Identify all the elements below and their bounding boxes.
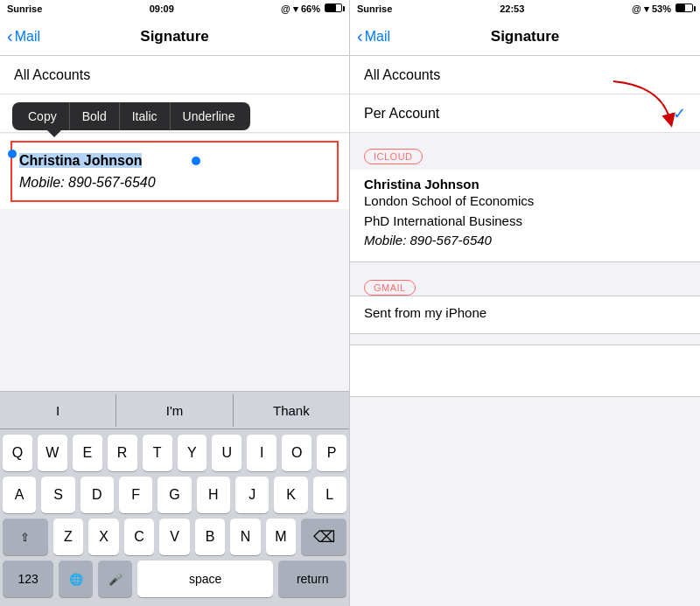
key-r[interactable]: R <box>108 435 137 471</box>
key-y[interactable]: Y <box>178 435 207 471</box>
red-arrow <box>609 77 679 133</box>
cursor-right <box>192 157 200 165</box>
icloud-sig-line2: PhD International Business <box>364 212 686 232</box>
keyboard-area: I I'm Thank Q W E R T Y U I O P A S <box>0 391 349 606</box>
key-z[interactable]: Z <box>53 519 84 555</box>
italic-button[interactable]: Italic <box>120 102 171 130</box>
left-all-accounts-row[interactable]: All Accounts <box>0 56 349 94</box>
right-status-bar: Sunrise 22:53 @ ▾ 53% <box>350 0 700 17</box>
left-nav-bar: ‹ Mail Signature <box>0 17 349 56</box>
key-m[interactable]: M <box>266 519 297 555</box>
key-n[interactable]: N <box>230 519 261 555</box>
key-w[interactable]: W <box>38 435 67 471</box>
key-i[interactable]: I <box>247 435 276 471</box>
key-p[interactable]: P <box>317 435 346 471</box>
right-time: 22:53 <box>500 3 524 14</box>
key-mic[interactable]: 🎤 <box>98 561 132 597</box>
left-back-label: Mail <box>15 29 40 45</box>
right-all-accounts-label: All Accounts <box>364 67 440 83</box>
left-time: 09:09 <box>150 3 174 14</box>
empty-account-card[interactable] <box>350 345 700 397</box>
key-b[interactable]: B <box>195 519 226 555</box>
key-h[interactable]: H <box>197 477 230 513</box>
keyboard-row-1: Q W E R T Y U I O P <box>3 435 346 471</box>
key-delete[interactable]: ⌫ <box>301 519 346 555</box>
left-panel: Sunrise 09:09 @ ▾ 66% ‹ Mail Signature A… <box>0 0 350 606</box>
key-u[interactable]: U <box>212 435 242 471</box>
autocomplete-i[interactable]: I <box>0 394 116 427</box>
selected-name: Christina Johnson <box>19 153 142 168</box>
copy-button[interactable]: Copy <box>16 102 70 130</box>
signature-mobile: Mobile: 890-567-6540 <box>19 172 330 193</box>
right-nav-bar: ‹ Mail Signature <box>350 17 700 56</box>
key-return[interactable]: return <box>278 561 346 597</box>
left-edit-area[interactable]: Copy Bold Italic Underline Christina Joh… <box>0 134 349 209</box>
left-back-button[interactable]: ‹ Mail <box>7 26 40 46</box>
key-t[interactable]: T <box>143 435 172 471</box>
autocomplete-bar: I I'm Thank <box>0 391 349 429</box>
icloud-oval-label: ICLOUD <box>364 149 423 164</box>
icloud-signature-card[interactable]: Christina Johnson London School of Econo… <box>350 170 700 262</box>
left-status-bar: Sunrise 09:09 @ ▾ 66% <box>0 0 349 17</box>
key-f[interactable]: F <box>119 477 152 513</box>
key-space[interactable]: space <box>137 561 273 597</box>
gmail-section: GMAIL Sent from my iPhone <box>350 273 700 335</box>
right-back-button[interactable]: ‹ Mail <box>357 26 390 46</box>
keyboard-row-2: A S D F G H J K L <box>3 477 346 513</box>
key-o[interactable]: O <box>282 435 312 471</box>
icloud-section-header: ICLOUD <box>364 143 686 170</box>
key-d[interactable]: D <box>80 477 114 513</box>
key-globe[interactable]: 🌐 <box>59 561 93 597</box>
left-carrier: Sunrise <box>7 3 42 14</box>
key-a[interactable]: A <box>3 477 36 513</box>
keyboard-rows: Q W E R T Y U I O P A S D F G H J K <box>0 429 349 606</box>
left-nav-title: Signature <box>140 28 208 45</box>
key-x[interactable]: X <box>88 519 119 555</box>
right-chevron-icon: ‹ <box>357 26 363 46</box>
key-q[interactable]: Q <box>3 435 32 471</box>
key-k[interactable]: K <box>274 477 307 513</box>
left-all-accounts-label: All Accounts <box>14 67 90 83</box>
left-status-icons: @ ▾ 66% <box>281 3 342 15</box>
left-chevron-icon: ‹ <box>7 26 13 46</box>
popup-toolbar: Copy Bold Italic Underline <box>12 102 250 130</box>
right-status-icons: @ ▾ 53% <box>632 3 693 15</box>
key-shift[interactable]: ⇧ <box>3 519 48 555</box>
right-back-label: Mail <box>365 29 390 45</box>
selection-box[interactable]: Copy Bold Italic Underline Christina Joh… <box>10 141 339 202</box>
icloud-sig-line1: London School of Economics <box>364 192 686 212</box>
key-c[interactable]: C <box>124 519 155 555</box>
gmail-signature-card[interactable]: Sent from my iPhone <box>350 296 700 335</box>
key-numbers[interactable]: 123 <box>3 561 53 597</box>
underline-button[interactable]: Underline <box>171 102 248 130</box>
keyboard-row-4: 123 🌐 🎤 space return <box>3 561 346 597</box>
right-battery-icon <box>676 3 693 12</box>
key-g[interactable]: G <box>158 477 191 513</box>
cursor-left <box>8 150 17 158</box>
gmail-oval-label: GMAIL <box>364 280 416 296</box>
key-e[interactable]: E <box>73 435 102 471</box>
autocomplete-im[interactable]: I'm <box>116 394 233 427</box>
gmail-sig-text: Sent from my iPhone <box>364 303 686 324</box>
icloud-sig-name: Christina Johnson <box>364 177 686 192</box>
key-l[interactable]: L <box>313 477 346 513</box>
keyboard-row-3: ⇧ Z X C V B N M ⌫ <box>3 519 346 555</box>
right-nav-title: Signature <box>491 28 559 45</box>
right-per-account-label: Per Account <box>364 106 439 122</box>
gmail-section-header: GMAIL <box>364 280 686 296</box>
signature-name-line: Christina Johnson <box>19 150 330 172</box>
key-v[interactable]: V <box>159 519 190 555</box>
icloud-sig-mobile: Mobile: 890-567-6540 <box>364 231 686 251</box>
bold-button[interactable]: Bold <box>70 102 120 130</box>
battery-icon <box>325 3 342 12</box>
right-carrier: Sunrise <box>357 3 392 14</box>
right-panel: Sunrise 22:53 @ ▾ 53% ‹ Mail Signature <box>350 0 700 606</box>
key-s[interactable]: S <box>41 477 74 513</box>
key-j[interactable]: J <box>235 477 269 513</box>
autocomplete-thank[interactable]: Thank <box>234 394 349 427</box>
